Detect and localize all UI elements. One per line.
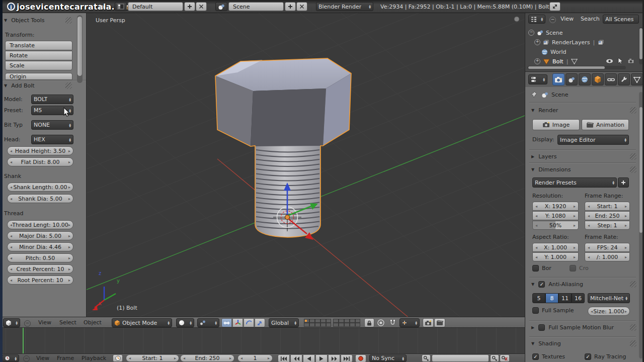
pivot-select[interactable] (197, 318, 219, 327)
panel-grip[interactable] (630, 281, 636, 288)
crest-percent-slider[interactable]: Crest Percent: 10 (7, 264, 73, 274)
help-menu-partial[interactable]: lp (99, 4, 104, 10)
display-select[interactable]: Image Editor (557, 135, 629, 145)
scene-delete-button[interactable] (296, 2, 307, 11)
object-tools-panel-header[interactable]: ▼ Object Tools (4, 17, 45, 24)
head-select[interactable]: HEX (31, 135, 73, 144)
current-frame-marker[interactable] (23, 328, 24, 353)
add-bolt-panel-header[interactable]: ▼ Add Bolt (4, 82, 35, 89)
orientation-select[interactable]: Global (269, 318, 299, 327)
dimensions-panel-header[interactable]: ▼ Dimensions (531, 166, 571, 173)
aa-samples-16-button[interactable]: 16 (572, 293, 585, 303)
view-menu[interactable]: View (38, 319, 51, 326)
render-image-button[interactable]: Image (532, 119, 580, 130)
panel-grip[interactable] (65, 82, 72, 89)
render-opengl-anim-button[interactable] (434, 318, 445, 327)
insert-keyframe-button[interactable] (490, 354, 499, 362)
aa-size-slider[interactable]: Size: 1.000 (588, 307, 630, 316)
pitch-slider[interactable]: Pitch: 0.50 (7, 253, 73, 262)
panel-grip[interactable] (630, 324, 636, 331)
ray-tracing-option[interactable]: Ray Tracing (585, 353, 626, 360)
outliner-row-renderlayers[interactable]: + RenderLayers | (534, 38, 604, 47)
current-frame-field[interactable]: 1 (237, 354, 273, 362)
renderability-toggle[interactable] (627, 58, 634, 64)
layers-panel-header[interactable]: ▶ Layers (531, 153, 557, 160)
manipulator-scale-toggle[interactable] (255, 318, 265, 327)
pin-icon[interactable] (530, 91, 537, 98)
aa-samples-5-button[interactable]: 5 (532, 293, 545, 303)
motion-blur-checkbox[interactable] (538, 324, 545, 331)
fps-slider[interactable]: FPS: 24 (585, 243, 630, 252)
collapse-toggle-icon[interactable]: − (528, 30, 534, 36)
resolution-percent-slider[interactable]: 50% (532, 221, 579, 230)
shading-panel-header[interactable]: ▼ Shading (531, 340, 561, 347)
collapse-menus-icon[interactable] (549, 17, 556, 23)
next-keyframe-button[interactable] (328, 354, 340, 362)
layers-grid-2[interactable] (333, 319, 360, 327)
play-button[interactable] (315, 354, 328, 362)
render-animation-button[interactable]: Animation (582, 119, 629, 130)
render-presets-select[interactable]: Render Presets (532, 177, 617, 188)
fps-base-slider[interactable]: /: 1.000 (585, 252, 630, 261)
minor-dia-slider[interactable]: Minor Dia: 4.46 (7, 242, 73, 251)
toolshelf-scrollbar-thumb[interactable] (77, 17, 82, 76)
editor-type-select[interactable] (528, 15, 545, 24)
textures-checkbox[interactable] (532, 353, 539, 360)
expand-toggle-icon[interactable]: + (534, 39, 540, 45)
keying-set-field[interactable] (432, 354, 489, 362)
full-sample-checkbox[interactable] (532, 307, 539, 314)
outliner-row-bolt[interactable]: + Bolt | (534, 57, 578, 66)
antialiasing-panel-header[interactable]: ▼ Anti-Aliasing (531, 281, 583, 288)
resolution-y-slider[interactable]: Y: 1080 (532, 211, 579, 220)
outliner-hscrollbar-track[interactable] (527, 66, 626, 69)
tab-render[interactable] (552, 73, 565, 85)
render-panel-header[interactable]: ▼ Render (531, 107, 558, 114)
motion-blur-panel-header[interactable]: ▶ Full Sample Motion Blur (531, 324, 614, 331)
snap-toggle[interactable] (389, 319, 396, 326)
aa-samples-8-button[interactable]: 8 (545, 293, 558, 303)
head-height-slider[interactable]: Head Height: 3.50 (7, 146, 73, 155)
frame-end-slider[interactable]: End: 250 (180, 354, 234, 362)
layout-name-field[interactable]: Default (128, 2, 183, 11)
tab-world[interactable] (579, 73, 591, 85)
editor-type-select[interactable] (2, 354, 19, 362)
editor-type-select[interactable] (3, 318, 20, 327)
tab-constraints[interactable] (605, 73, 617, 85)
lock-to-scene-button[interactable] (364, 318, 374, 327)
frame-end-slider[interactable]: End: 250 (585, 211, 630, 220)
textures-option[interactable]: Textures (532, 353, 565, 360)
layout-add-button[interactable] (184, 2, 195, 11)
frame-start-slider[interactable]: Start: 1 (126, 354, 179, 362)
origin-button[interactable]: Origin (5, 73, 72, 80)
border-checkbox[interactable] (532, 265, 539, 272)
model-select[interactable]: BOLT (31, 95, 73, 104)
snap-element-select[interactable] (399, 318, 420, 327)
frame-menu[interactable]: Frame (57, 355, 74, 361)
aspect-y-slider[interactable]: Y: 1.000 (532, 252, 579, 261)
panel-grip[interactable] (630, 340, 636, 347)
aa-filter-select[interactable]: Mitchell-Netr (588, 293, 630, 303)
rotate-button[interactable]: Rotate (5, 51, 72, 60)
aa-samples-11-button[interactable]: 11 (558, 293, 572, 303)
proportional-edit-toggle[interactable] (377, 319, 384, 326)
panel-grip[interactable] (630, 107, 636, 114)
aspect-x-slider[interactable]: X: 1.000 (532, 243, 579, 252)
visibility-toggle[interactable] (606, 58, 613, 64)
ray-tracing-checkbox[interactable] (585, 353, 591, 360)
tab-object-data[interactable] (631, 73, 643, 85)
tab-modifiers[interactable] (618, 73, 630, 85)
layout-icon-button[interactable] (115, 2, 127, 11)
outliner-filter-select[interactable]: All Scenes (603, 15, 639, 24)
shading-select[interactable] (176, 318, 194, 327)
frame-start-slider[interactable]: Start: 1 (585, 202, 630, 211)
major-dia-slider[interactable]: Major Dia: 5.00 (7, 231, 73, 240)
thread-length-slider[interactable]: Thread Lengt: 10.00 (7, 220, 73, 229)
view-widget-dot[interactable] (514, 17, 519, 22)
jump-to-start-button[interactable] (278, 354, 290, 362)
render-engine-select[interactable]: Blender Render (316, 2, 373, 11)
object-menu[interactable]: Object (84, 319, 102, 326)
search-menu[interactable]: Search (581, 16, 600, 22)
view-menu[interactable]: View (560, 16, 574, 22)
keying-set-icon-button[interactable] (422, 354, 431, 362)
scene-add-button[interactable] (285, 2, 296, 11)
